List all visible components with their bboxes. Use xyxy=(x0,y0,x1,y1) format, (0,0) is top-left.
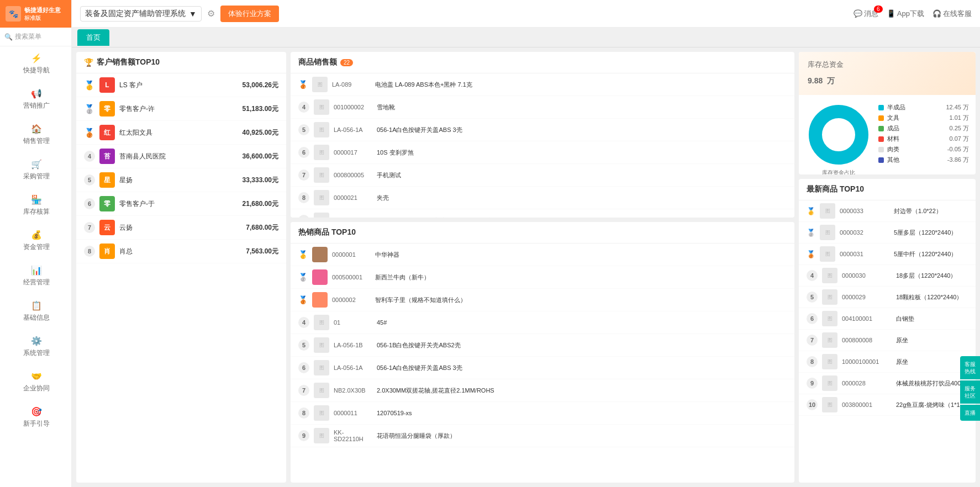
legend-item: 文具 1.01 万 xyxy=(878,114,969,122)
customer-ranking-title: 客户销售额TOP10 xyxy=(97,57,160,67)
sidebar-item-inventory[interactable]: 🏪 库存核算 xyxy=(0,188,71,223)
rank-num: 8 xyxy=(84,246,95,257)
goods-ranking-title: 商品销售额 xyxy=(298,57,337,67)
search-menu[interactable]: 🔍 搜索菜单 xyxy=(0,28,71,46)
customer-name: 零售客户-于 xyxy=(119,199,238,209)
product-code: 0000031 xyxy=(840,251,889,257)
product-name: 原坐 xyxy=(896,336,968,345)
float-btn[interactable]: 客服热线 xyxy=(960,356,980,379)
product-code: 001000002 xyxy=(334,104,372,110)
product-name: 中华神器 xyxy=(375,251,787,259)
sidebar: 🐾 畅捷通好生意 标准版 🔍 搜索菜单 ⚡ 快捷导航 📢 营销推广 🏠 销售管理… xyxy=(0,0,72,487)
system-label: 系统管理 xyxy=(23,348,50,358)
customer-rank-item: 🥉 红 红太阳文具 40,925.00元 xyxy=(76,121,286,145)
trophy-icon: 🏆 xyxy=(84,58,93,67)
new-products-panel: 最新商品 TOP10 🥇 图 0000033 封边带（1.0*22） 🥈 图 0… xyxy=(799,179,976,483)
product-img: 图 xyxy=(822,397,837,412)
hot-product-item: 🥉 0000002 智利车子里（规格不知道填什么） xyxy=(291,289,794,311)
topbar: 装备及固定资产辅助管理系统 ▼ ⚙ 体验行业方案 💬 消息 6 📱 App下载 … xyxy=(72,0,980,28)
rank-medal: 🥈 xyxy=(84,104,95,114)
product-img: 图 xyxy=(314,167,329,183)
right-panel: 库存总资金 9.88 万 xyxy=(799,52,976,483)
inventory-amount: 9.88 万 xyxy=(808,70,967,87)
product-name: 056-1A白色按键开关盖ABS 3壳 xyxy=(377,126,787,134)
legend-item: 其他 -3.86 万 xyxy=(878,156,969,164)
product-code: LA-056-1A xyxy=(334,364,372,371)
float-btn[interactable]: 服务社区 xyxy=(960,380,980,404)
inventory-panel: 库存总资金 9.88 万 xyxy=(799,52,976,174)
product-code: KK-SD22110H xyxy=(334,429,372,442)
product-img: 图 xyxy=(822,354,837,369)
goods-rank-item: 9 图 LA-59651-1B 59651-1B旋转投影灯电池盒ABS黑色+58… xyxy=(291,209,794,218)
product-img: 图 xyxy=(314,428,329,443)
hot-product-item: 9 图 KK-SD22110H 花语萌恒温分腿睡袋（厚款） xyxy=(291,425,794,447)
app-download-btn[interactable]: 📱 App下载 xyxy=(887,9,924,19)
product-img: 图 xyxy=(314,405,329,421)
rank-num: 7 xyxy=(84,222,95,233)
sidebar-item-purchase[interactable]: 🛒 采购管理 xyxy=(0,152,71,188)
app-logo: 🐾 畅捷通好生意 标准版 xyxy=(0,0,71,28)
product-img xyxy=(312,247,328,262)
basic-label: 基础信息 xyxy=(23,313,50,322)
sidebar-item-finance[interactable]: 💰 资金管理 xyxy=(0,223,71,258)
product-code: LA-056-1B xyxy=(334,342,372,348)
sales-icon: 🏠 xyxy=(31,124,42,134)
product-img: 图 xyxy=(314,360,329,375)
middle-panel: 商品销售额 22 🥉 图 LA-089 电池盖 LA-089 ABS本色+黑种 … xyxy=(291,52,794,483)
product-img: 图 xyxy=(314,122,329,137)
product-code: 0000021 xyxy=(334,194,372,201)
product-name: 白钢垫 xyxy=(896,315,968,323)
legend-dot xyxy=(878,105,884,110)
new-product-item: 🥈 图 0000032 5厘多层（1220*2440） xyxy=(799,222,976,244)
legend-dot xyxy=(878,147,884,152)
product-name: 花语萌恒温分腿睡袋（厚款） xyxy=(377,432,787,440)
settings-button[interactable]: ⚙ xyxy=(207,8,215,19)
product-img: 图 xyxy=(312,77,328,92)
online-service-btn[interactable]: 🎧 在线客服 xyxy=(932,9,972,19)
online-service-label: 在线客服 xyxy=(943,9,972,19)
sales-label: 销售管理 xyxy=(23,136,50,146)
system-name: 装备及固定资产辅助管理系统 xyxy=(85,9,186,19)
legend-name: 其他 xyxy=(887,156,944,164)
customer-rank-item: 🥈 零 零售客户-许 51,183.00元 xyxy=(76,97,286,121)
rank-medal: 🥇 xyxy=(84,80,95,91)
sidebar-item-marketing[interactable]: 📢 营销推广 xyxy=(0,82,71,117)
rank-num: 6 xyxy=(84,198,95,209)
logo-icon: 🐾 xyxy=(6,6,21,22)
goods-rank-item: 4 图 001000002 雪地靴 xyxy=(291,96,794,119)
sidebar-item-operation[interactable]: 📊 经营管理 xyxy=(0,258,71,294)
hot-product-item: 🥈 000500001 新西兰牛肉（新牛） xyxy=(291,266,794,289)
customer-rank-item: 8 肖 肖总 7,563.00元 xyxy=(76,240,286,263)
new-product-item: 6 图 004100001 白钢垫 xyxy=(799,308,976,330)
product-code: 0000028 xyxy=(842,380,892,387)
float-btn[interactable]: 直播 xyxy=(960,405,980,421)
sidebar-item-guide[interactable]: 🎯 新手引导 xyxy=(0,400,71,435)
sidebar-item-enterprise[interactable]: 🤝 企业协同 xyxy=(0,364,71,400)
goods-count-badge: 22 xyxy=(340,59,353,66)
trial-button[interactable]: 体验行业方案 xyxy=(220,6,279,22)
new-products-list: 🥇 图 0000033 封边带（1.0*22） 🥈 图 0000032 5厘多层… xyxy=(799,200,976,483)
sidebar-item-system[interactable]: ⚙️ 系统管理 xyxy=(0,329,71,364)
product-code: 0000030 xyxy=(842,272,892,279)
avatar: 苔 xyxy=(99,149,115,164)
product-code: 000800005 xyxy=(334,172,372,178)
rank-medal: 🥉 xyxy=(84,128,95,138)
product-code: 003800001 xyxy=(842,401,892,408)
goods-rank-item: 8 图 0000021 夹壳 xyxy=(291,187,794,209)
product-img: 图 xyxy=(822,332,837,348)
sidebar-item-quick-nav[interactable]: ⚡ 快捷导航 xyxy=(0,46,71,82)
marketing-icon: 📢 xyxy=(31,88,42,99)
product-code: 0000011 xyxy=(334,410,372,416)
product-img xyxy=(312,292,328,308)
tab-home[interactable]: 首页 xyxy=(77,29,109,46)
product-code: 10000100001 xyxy=(842,358,892,365)
messages-btn[interactable]: 💬 消息 6 xyxy=(853,9,878,19)
sidebar-item-sales[interactable]: 🏠 销售管理 xyxy=(0,117,71,152)
sidebar-item-basic[interactable]: 📋 基础信息 xyxy=(0,294,71,329)
legend-dot xyxy=(878,157,884,163)
customer-amount: 53,006.26元 xyxy=(243,81,278,90)
product-name: 5厘中纤（1220*2440） xyxy=(894,250,968,258)
system-selector[interactable]: 装备及固定资产辅助管理系统 ▼ xyxy=(80,6,202,22)
customer-ranking-header: 🏆 客户销售额TOP10 xyxy=(76,52,286,73)
app-download-label: App下载 xyxy=(897,9,924,19)
